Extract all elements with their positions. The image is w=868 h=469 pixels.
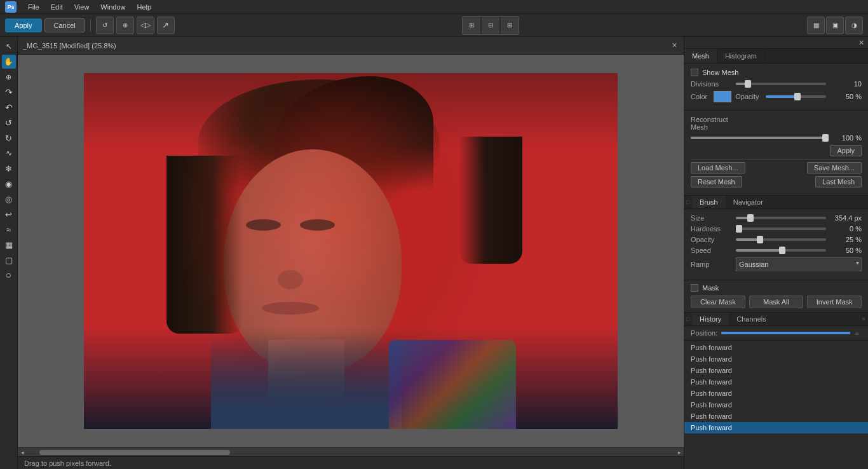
tool-thaw[interactable]: ▢ [2, 253, 16, 267]
tool-pucker[interactable]: ◎ [2, 192, 16, 206]
tab-histogram[interactable]: Histogram [717, 49, 765, 63]
opacity-color-slider[interactable] [766, 95, 826, 98]
reconstruct-value: 100 % [830, 134, 862, 142]
panel-close-button[interactable]: ✕ [857, 38, 865, 47]
menu-edit[interactable]: Edit [46, 2, 68, 12]
history-tabs: □ History Channels ≡ [684, 313, 868, 326]
scroll-thumb-h[interactable] [39, 450, 230, 455]
mask-all-button[interactable]: Mask All [749, 296, 804, 308]
h-scrollbar[interactable]: ◂ ▸ [18, 447, 684, 456]
divisions-value: 10 [830, 80, 862, 88]
menu-file[interactable]: File [23, 2, 44, 12]
tool-freeze[interactable]: ▦ [2, 238, 16, 252]
clear-mask-button[interactable]: Clear Mask [691, 296, 745, 308]
tool-push-left[interactable]: ↺ [2, 116, 16, 130]
right-panel-content: Show Mesh Divisions 10 Color [684, 64, 868, 469]
ramp-select[interactable]: Gaussian Linear Smooth [736, 257, 862, 271]
opacity-slider[interactable] [736, 238, 826, 241]
tab-navigator[interactable]: Navigator [726, 196, 771, 208]
load-mesh-button[interactable]: Load Mesh... [691, 162, 745, 173]
opacity-brush-label: Opacity [691, 236, 732, 243]
tool-push-right[interactable]: ↻ [2, 131, 16, 145]
hardness-label: Hardness [691, 225, 732, 233]
reconstruct-apply-button[interactable]: Apply [830, 145, 862, 156]
reconstruct-row: Reconstruct Mesh [691, 116, 862, 131]
canvas-area[interactable] [18, 55, 684, 447]
color-opacity-row: Color Opacity 50 % [691, 91, 862, 102]
toolbar-icon4[interactable]: ↗ [157, 17, 175, 34]
apply-button[interactable]: Apply [5, 18, 42, 32]
status-text: Drag to push pixels forward. [24, 459, 111, 467]
tool-push-backward[interactable]: ↶ [2, 100, 16, 114]
menu-bar: Ps File Edit View Window Help [0, 0, 868, 14]
scroll-right-btn[interactable]: ▸ [675, 449, 684, 456]
tool-cursor[interactable]: ↖ [2, 39, 16, 53]
history-item-4[interactable]: Push forward [684, 388, 868, 399]
history-item-7[interactable]: Push forward [684, 422, 868, 433]
grid-mode-3[interactable]: ⊞ [501, 17, 519, 34]
speed-slider[interactable] [736, 249, 826, 252]
invert-mask-button[interactable]: Invert Mask [807, 296, 862, 308]
history-item-1[interactable]: Push forward [684, 353, 868, 365]
tool-smooth[interactable]: ≈ [2, 222, 16, 236]
ramp-row: Ramp Gaussian Linear Smooth [691, 257, 862, 271]
tab-mesh[interactable]: Mesh [684, 49, 717, 63]
tool-reconstruct[interactable]: ↩ [2, 207, 16, 221]
toolbar-icon2[interactable]: ⊕ [116, 17, 134, 34]
history-item-0[interactable]: Push forward [684, 342, 868, 353]
close-tab-button[interactable]: ✕ [670, 41, 679, 50]
history-item-5[interactable]: Push forward [684, 399, 868, 411]
tab-channels[interactable]: Channels [729, 313, 773, 325]
show-mesh-checkbox[interactable] [691, 69, 698, 76]
toolbar-icon1[interactable]: ↺ [96, 17, 114, 34]
menu-view[interactable]: View [69, 2, 95, 12]
tab-history[interactable]: History [692, 313, 729, 325]
load-save-row: Load Mesh... Save Mesh... [691, 162, 862, 173]
histogram-btn[interactable]: ▦ [807, 17, 825, 34]
history-list[interactable]: Push forward Push forward Push forward P… [684, 341, 868, 435]
menu-help[interactable]: Help [132, 2, 156, 12]
history-item-6[interactable]: Push forward [684, 411, 868, 422]
ramp-select-wrapper: Gaussian Linear Smooth [736, 257, 862, 271]
tool-face-tool[interactable]: ☺ [2, 268, 16, 282]
history-item-2[interactable]: Push forward [684, 365, 868, 376]
view-3d-btn[interactable]: ◑ [845, 17, 863, 34]
panel-close-row: ✕ [684, 37, 868, 49]
divisions-slider[interactable] [736, 83, 826, 85]
divisions-row: Divisions 10 [691, 80, 862, 88]
menu-window[interactable]: Window [95, 2, 130, 12]
position-slider[interactable] [721, 332, 850, 334]
tool-crystallize[interactable]: ❄ [2, 161, 16, 175]
toolbar: Apply Cancel ↺ ⊕ ◁▷ ↗ ⊞ ⊟ ⊞ ▦ ▣ ◑ [0, 14, 868, 37]
tool-hand[interactable]: ✋ [2, 55, 16, 69]
tab-brush[interactable]: Brush [692, 196, 726, 208]
reconstruct-apply-row: Apply [691, 145, 862, 156]
opacity-label: Opacity [735, 93, 759, 100]
hardness-slider[interactable] [736, 228, 826, 230]
history-settings-icon[interactable]: ≡ [853, 329, 862, 337]
color-swatch[interactable] [714, 91, 731, 102]
opacity-color-value: 50 % [830, 93, 862, 100]
bottom-area: ◂ ▸ Drag to push pixels forward. [18, 447, 684, 469]
reset-mesh-button[interactable]: Reset Mesh [691, 176, 742, 187]
history-expand-icon[interactable]: ≡ [859, 313, 868, 325]
tool-bloat[interactable]: ◉ [2, 177, 16, 191]
panel-tabs: Mesh Histogram [684, 49, 868, 64]
grid-mode-1[interactable]: ⊞ [463, 17, 480, 34]
tool-push-forward[interactable]: ↷ [2, 85, 16, 99]
last-mesh-button[interactable]: Last Mesh [815, 176, 862, 187]
reconstruct-slider[interactable] [691, 137, 826, 139]
view-mode-btn[interactable]: ▣ [826, 17, 844, 34]
mask-checkbox[interactable] [691, 284, 698, 292]
toolbar-icon3[interactable]: ◁▷ [137, 17, 154, 34]
history-item-3[interactable]: Push forward [684, 376, 868, 388]
reconstruct-label: Reconstruct Mesh [691, 116, 732, 131]
speed-label: Speed [691, 247, 732, 254]
tool-turbulence[interactable]: ∿ [2, 146, 16, 160]
tool-zoom[interactable]: ⊕ [2, 70, 16, 84]
scroll-left-btn[interactable]: ◂ [18, 449, 27, 456]
size-slider[interactable] [736, 217, 826, 219]
save-mesh-button[interactable]: Save Mesh... [807, 162, 862, 173]
grid-mode-2[interactable]: ⊟ [482, 17, 499, 34]
cancel-button[interactable]: Cancel [44, 18, 85, 32]
